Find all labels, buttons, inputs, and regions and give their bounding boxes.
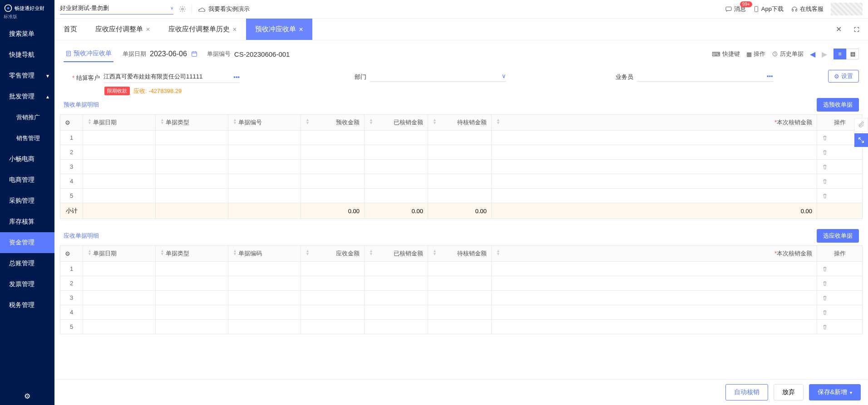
chevron-down-icon[interactable]: ∨: [502, 73, 506, 79]
table-settings-icon[interactable]: ⚙: [60, 246, 83, 262]
table-row[interactable]: 2: [60, 276, 863, 291]
expand-tab[interactable]: [854, 133, 868, 147]
sidebar-item-1[interactable]: 快捷导航: [0, 44, 54, 65]
app-download-link[interactable]: App下载: [753, 5, 784, 13]
sidebar-item-11[interactable]: 总账管理: [0, 253, 54, 274]
table-row[interactable]: 4: [60, 174, 863, 189]
col-verified-amount[interactable]: ▲▼已核销金额: [365, 115, 428, 131]
col-pending-amount[interactable]: ▲▼待核销金额: [428, 115, 492, 131]
delete-icon[interactable]: [822, 309, 858, 316]
delete-icon[interactable]: [822, 280, 858, 287]
shortcut-link[interactable]: ⌨ 快捷键: [712, 50, 740, 58]
col-this-amount[interactable]: ▲▼*本次核销金额: [492, 115, 817, 131]
doc-type-tab[interactable]: 预收冲应收单: [64, 46, 113, 62]
delete-icon[interactable]: [822, 266, 858, 272]
attachment-tab[interactable]: [854, 118, 868, 132]
close-icon[interactable]: ✕: [299, 26, 303, 33]
delete-icon[interactable]: [822, 149, 858, 156]
delete-icon[interactable]: [822, 164, 858, 170]
col-date[interactable]: ▲▼单据日期: [83, 246, 156, 262]
sidebar-settings[interactable]: ⚙: [0, 387, 54, 405]
messages-badge: 99+: [740, 1, 752, 7]
close-icon[interactable]: ✕: [232, 26, 237, 33]
table-row[interactable]: 1: [60, 262, 863, 276]
chevron-down-icon[interactable]: ∨: [170, 5, 173, 10]
fullscreen-icon[interactable]: [850, 23, 863, 36]
sidebar-item-6[interactable]: 小畅电商: [0, 149, 54, 170]
col-type[interactable]: ▲▼单据类型: [156, 115, 228, 131]
col-no[interactable]: ▲▼单据编号: [228, 115, 301, 131]
sidebar-item-label: 小畅电商: [9, 155, 35, 163]
col-this-amount[interactable]: ▲▼*本次核销金额: [492, 246, 817, 262]
table-row[interactable]: 3: [60, 291, 863, 305]
view-list-button[interactable]: ≡: [833, 49, 846, 59]
col-date[interactable]: ▲▼单据日期: [83, 115, 156, 131]
sidebar-item-10[interactable]: 资金管理: [0, 232, 54, 253]
operations-link[interactable]: ▦ 操作: [746, 50, 765, 58]
delete-icon[interactable]: [822, 135, 858, 141]
table-settings-icon[interactable]: ⚙: [60, 115, 83, 131]
message-icon: [725, 5, 732, 13]
sidebar-item-label: 快捷导航: [9, 51, 35, 59]
delete-icon[interactable]: [822, 193, 858, 199]
calendar-icon[interactable]: [191, 50, 198, 58]
doc-date[interactable]: 2023-06-06: [150, 50, 187, 58]
delete-icon[interactable]: [822, 324, 858, 330]
select-prepay-button[interactable]: 选预收单据: [817, 98, 859, 112]
table-row[interactable]: 5: [60, 189, 863, 203]
close-all-tabs[interactable]: ✕: [832, 23, 845, 36]
table-row[interactable]: 4: [60, 305, 863, 320]
auto-verify-button[interactable]: 自动核销: [725, 384, 768, 400]
tab-0[interactable]: 首页: [54, 19, 86, 40]
select-receivable-button[interactable]: 选应收单据: [817, 229, 859, 243]
svg-rect-3: [726, 7, 731, 10]
sidebar-item-4[interactable]: 营销推广: [0, 107, 54, 128]
delete-icon[interactable]: [822, 178, 858, 185]
settings-button[interactable]: ⚙ 设置: [828, 70, 859, 83]
col-receivable-amount[interactable]: ▲▼应收金额: [301, 246, 365, 262]
sidebar-item-3[interactable]: 批发管理▲: [0, 86, 54, 107]
col-type[interactable]: ▲▼单据类型: [156, 246, 228, 262]
col-no[interactable]: ▲▼单据编码: [228, 246, 301, 262]
view-card-button[interactable]: ▤: [846, 49, 859, 59]
sidebar-item-12[interactable]: 发票管理: [0, 274, 54, 295]
col-prepay-amount[interactable]: ▲▼预收金额: [301, 115, 365, 131]
tab-3[interactable]: 预收冲应收单✕: [246, 19, 312, 40]
customer-field[interactable]: 江西真可爱布娃娃有限责任公司11111 •••: [104, 73, 240, 83]
delete-icon[interactable]: [822, 295, 858, 301]
prev-icon[interactable]: ◀: [810, 50, 815, 59]
sidebar-item-7[interactable]: 电商管理: [0, 170, 54, 190]
cloud-icon: [197, 5, 206, 13]
table-row[interactable]: 2: [60, 145, 863, 160]
sidebar-item-13[interactable]: 税务管理: [0, 295, 54, 316]
tab-2[interactable]: 应收应付调整单历史✕: [159, 19, 246, 40]
gear-icon: ⚙: [834, 73, 839, 80]
demo-link[interactable]: 我要看实例演示: [197, 5, 250, 13]
messages-link[interactable]: 消息 99+: [725, 5, 746, 13]
col-pending-amount[interactable]: ▲▼待核销金额: [428, 246, 492, 262]
next-icon[interactable]: ▶: [822, 50, 827, 59]
online-service-link[interactable]: 在线客服: [791, 5, 824, 13]
customer-lookup-icon[interactable]: •••: [233, 73, 240, 80]
table-row[interactable]: 5: [60, 320, 863, 334]
company-selector[interactable]: 好业财测试-量勿删: [60, 4, 109, 12]
sales-field[interactable]: •••: [637, 73, 773, 82]
table-row[interactable]: 3: [60, 160, 863, 174]
table-row[interactable]: 1: [60, 131, 863, 145]
sidebar-item-2[interactable]: 零售管理▼: [0, 65, 54, 86]
company-settings-icon[interactable]: [179, 5, 186, 13]
save-and-new-button[interactable]: 保存&新增 ▾: [809, 384, 861, 400]
sales-lookup-icon[interactable]: •••: [767, 73, 773, 79]
sidebar-item-5[interactable]: 销售管理: [0, 128, 54, 149]
col-verified-amount[interactable]: ▲▼已核销金额: [365, 246, 428, 262]
close-icon[interactable]: ✕: [146, 26, 150, 33]
logo-icon: [4, 4, 13, 13]
tab-1[interactable]: 应收应付调整单✕: [86, 19, 159, 40]
history-link[interactable]: 历史单据: [772, 50, 804, 58]
sidebar-item-8[interactable]: 采购管理: [0, 190, 54, 211]
sidebar-item-9[interactable]: 库存核算: [0, 211, 54, 232]
dept-field[interactable]: ∨: [370, 73, 506, 82]
user-avatar[interactable]: [831, 3, 863, 15]
discard-button[interactable]: 放弃: [774, 384, 804, 400]
sidebar-item-0[interactable]: 搜索菜单: [0, 24, 54, 44]
